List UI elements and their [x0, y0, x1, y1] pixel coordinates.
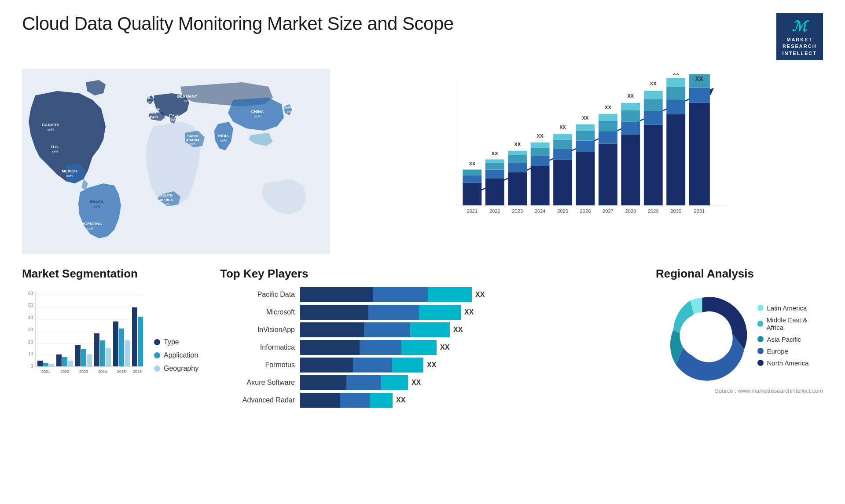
svg-text:30: 30: [28, 327, 33, 332]
svg-rect-59: [553, 134, 572, 140]
legend-geography-label: Geography: [164, 365, 198, 373]
regional-title: Regional Analysis: [656, 267, 823, 281]
svg-text:2025: 2025: [117, 369, 126, 374]
svg-text:U.S.: U.S.: [51, 145, 59, 149]
player-value: XX: [440, 343, 449, 351]
svg-rect-78: [644, 99, 663, 111]
segmentation-chart: 0 10 20 30 40 50 60: [22, 287, 145, 386]
svg-text:xx%: xx%: [254, 114, 261, 118]
svg-rect-47: [508, 163, 527, 172]
svg-text:XX: XX: [537, 133, 544, 139]
svg-rect-137: [138, 317, 143, 366]
svg-rect-71: [621, 135, 640, 205]
svg-rect-86: [689, 103, 710, 205]
player-bar: [300, 322, 450, 337]
svg-text:2027: 2027: [603, 208, 614, 214]
svg-rect-83: [666, 87, 685, 100]
player-row: Axure Software XX: [220, 375, 643, 390]
svg-rect-49: [508, 151, 527, 155]
logo-m: ℳ: [792, 17, 807, 37]
player-bar: [300, 287, 472, 302]
svg-text:xx%: xx%: [163, 203, 169, 206]
legend-latin-america: Latin America: [757, 304, 823, 312]
svg-rect-51: [531, 166, 550, 205]
svg-text:SAUDI: SAUDI: [187, 134, 198, 138]
svg-rect-46: [508, 172, 527, 205]
player-value: XX: [475, 291, 485, 299]
svg-text:AFRICA: AFRICA: [160, 198, 173, 202]
bar-seg3: [381, 375, 408, 390]
svg-rect-120: [56, 354, 62, 366]
asia-pacific-dot: [757, 336, 764, 342]
svg-text:XX: XX: [492, 151, 498, 156]
player-bar: [300, 358, 423, 373]
svg-text:XX: XX: [514, 142, 521, 147]
svg-text:INDIA: INDIA: [218, 134, 229, 138]
regional-legend: Latin America Middle East & Africa Asia …: [757, 304, 823, 367]
svg-text:xx%: xx%: [220, 139, 227, 142]
svg-rect-68: [599, 121, 617, 131]
svg-rect-130: [106, 348, 111, 366]
svg-text:ITALY: ITALY: [169, 113, 179, 117]
latin-america-label: Latin America: [767, 304, 807, 312]
player-name: Advanced Radar: [220, 396, 295, 404]
svg-text:XX: XX: [582, 115, 589, 121]
bar-seg3: [428, 287, 472, 302]
svg-text:0: 0: [30, 364, 33, 369]
bar-seg2: [360, 340, 401, 355]
player-bar: [300, 375, 408, 390]
players-title: Top Key Players: [220, 267, 643, 281]
svg-rect-67: [599, 131, 617, 143]
svg-text:XX: XX: [695, 76, 704, 82]
svg-text:ARABIA: ARABIA: [186, 138, 199, 142]
north-america-label: North America: [767, 359, 809, 367]
header: Cloud Data Quality Monitoring Market Siz…: [22, 13, 823, 60]
player-value: XX: [464, 308, 474, 316]
svg-text:XX: XX: [627, 93, 634, 99]
svg-rect-82: [666, 100, 685, 114]
player-bar: [300, 305, 461, 320]
svg-text:xx%: xx%: [150, 120, 155, 123]
player-bar-wrap: XX: [300, 393, 643, 408]
svg-rect-43: [485, 163, 504, 170]
svg-rect-124: [75, 345, 81, 366]
logo-line2: RESEARCH: [783, 43, 817, 50]
player-row: Formotus XX: [220, 358, 643, 373]
legend-north-america: North America: [757, 359, 823, 367]
svg-text:xx%: xx%: [87, 226, 93, 230]
bar-seg1: [300, 322, 364, 337]
svg-text:ARGENTINA: ARGENTINA: [78, 222, 102, 226]
svg-rect-133: [119, 329, 124, 366]
svg-text:xx%: xx%: [145, 101, 151, 104]
svg-text:XX: XX: [605, 105, 611, 110]
logo-line1: MARKET: [786, 37, 812, 43]
legend-application-dot: [154, 352, 160, 358]
growth-bar-chart: XX XX XX XX: [348, 69, 823, 254]
svg-text:xx%: xx%: [171, 118, 176, 121]
bar-seg1: [300, 287, 373, 302]
svg-rect-48: [508, 155, 527, 163]
svg-rect-126: [87, 354, 92, 366]
svg-text:XX: XX: [672, 73, 679, 76]
bar-seg2: [373, 287, 428, 302]
svg-rect-63: [576, 131, 595, 140]
svg-rect-77: [644, 111, 663, 125]
player-bar-wrap: XX: [300, 305, 643, 320]
svg-rect-66: [599, 143, 617, 205]
svg-rect-56: [553, 159, 572, 205]
svg-rect-64: [576, 124, 595, 131]
svg-text:xx%: xx%: [184, 99, 190, 103]
svg-rect-62: [576, 141, 595, 152]
svg-text:2021: 2021: [467, 208, 478, 214]
svg-rect-44: [485, 159, 504, 163]
svg-text:BRAZIL: BRAZIL: [90, 200, 104, 204]
svg-text:CHINA: CHINA: [251, 110, 264, 114]
svg-rect-84: [666, 78, 685, 87]
svg-rect-118: [49, 364, 54, 366]
svg-text:40: 40: [28, 315, 33, 320]
donut-area: Latin America Middle East & Africa Asia …: [656, 287, 823, 384]
player-row: Microsoft XX: [220, 305, 643, 320]
bar-seg3: [370, 393, 393, 408]
legend-geography-dot: [154, 365, 160, 372]
bar-seg1: [300, 305, 368, 320]
